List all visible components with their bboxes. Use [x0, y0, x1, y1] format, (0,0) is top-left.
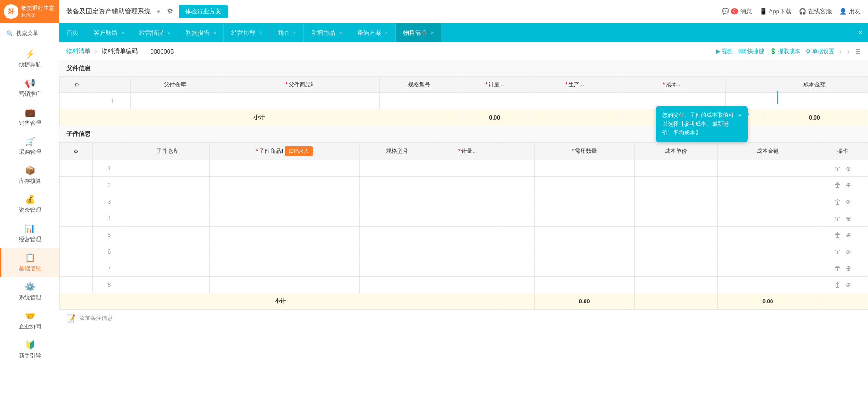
tab-barcode[interactable]: 条码方案 × [350, 23, 396, 42]
child-row1-unit[interactable] [434, 160, 501, 177]
copy-button[interactable]: ⊕ [844, 230, 853, 240]
tab-goods-close[interactable]: × [293, 30, 296, 36]
delete-button[interactable]: 🗑 [832, 230, 843, 240]
view-action[interactable]: ▶ 视频 [716, 48, 733, 55]
system-dropdown-arrow[interactable]: ▼ [156, 9, 161, 14]
tab-new-goods-close[interactable]: × [339, 30, 342, 36]
copy-button[interactable]: ⊕ [844, 214, 853, 223]
child-row2-price[interactable] [634, 177, 718, 193]
tab-home[interactable]: 首页 [59, 23, 86, 42]
copy-button[interactable]: ⊕ [844, 264, 853, 273]
sidebar-item-operations[interactable]: 📊 经营管理 [0, 219, 59, 248]
child-row5-warehouse[interactable] [126, 227, 210, 243]
scan-button[interactable]: 扫码录入 [285, 146, 313, 156]
sidebar-item-basic-info[interactable]: 📋 基础信息 [0, 248, 59, 277]
tab-customer-close[interactable]: × [121, 30, 124, 36]
child-row6-product[interactable] [209, 243, 359, 260]
parent-row-product[interactable] [219, 93, 379, 109]
sidebar-item-system[interactable]: ⚙️ 系统管理 [0, 277, 59, 306]
child-row7-product[interactable] [209, 260, 359, 277]
child-row3-qty[interactable] [534, 193, 634, 210]
copy-button[interactable]: ⊕ [844, 197, 853, 206]
sidebar-item-guide[interactable]: 🔰 新手引导 [0, 335, 59, 364]
child-row3-product[interactable] [209, 193, 359, 210]
tab-bom-close[interactable]: × [431, 30, 434, 36]
breadcrumb-home[interactable]: 物料清单 [66, 47, 90, 55]
single-settings-action[interactable]: ⚙ 单据设置 [806, 48, 834, 55]
child-row3-price[interactable] [634, 193, 718, 210]
child-row6-price[interactable] [634, 243, 718, 260]
tab-bom[interactable]: 物料清单 × [396, 23, 441, 42]
sidebar-item-quick-nav[interactable]: ⚡ 快捷导航 [0, 44, 59, 73]
child-row3-warehouse[interactable] [126, 193, 210, 210]
child-row3-unit[interactable] [434, 193, 501, 210]
child-row5-qty[interactable] [534, 227, 634, 243]
close-all-tabs[interactable]: × [853, 29, 868, 37]
tab-profit[interactable]: 利润报告 × [178, 23, 224, 42]
child-row4-price[interactable] [634, 210, 718, 227]
parent-row-unit[interactable] [459, 93, 530, 109]
child-row1-qty[interactable] [534, 160, 634, 177]
tab-barcode-close[interactable]: × [385, 30, 388, 36]
parent-row-warehouse[interactable] [130, 93, 219, 109]
tab-new-goods[interactable]: 新增商品 × [304, 23, 350, 42]
child-row1-price[interactable] [634, 160, 718, 177]
online-service-item[interactable]: 🎧 在线客服 [799, 7, 832, 16]
sidebar-item-inventory[interactable]: 📦 库存核算 [0, 161, 59, 190]
delete-button[interactable]: 🗑 [832, 214, 843, 223]
sidebar-item-marketing[interactable]: 📢 营销推广 [0, 73, 59, 103]
tab-operations-status[interactable]: 经营情况 × [132, 23, 178, 42]
tooltip-close-btn[interactable]: × [738, 111, 741, 121]
child-row8-warehouse[interactable] [126, 277, 210, 293]
app-download-item[interactable]: 📱 App下载 [760, 7, 791, 16]
child-row7-qty[interactable] [534, 260, 634, 277]
child-row4-product[interactable] [209, 210, 359, 227]
nav-next-icon[interactable]: › [848, 48, 850, 55]
child-row4-qty[interactable] [534, 210, 634, 227]
child-row8-product[interactable] [209, 277, 359, 293]
message-item[interactable]: 💬 6 消息 [722, 7, 752, 16]
child-row8-qty[interactable] [534, 277, 634, 293]
sidebar-item-cooperation[interactable]: 🤝 企业协同 [0, 306, 59, 335]
delete-button[interactable]: 🗑 [832, 280, 843, 290]
child-row1-warehouse[interactable] [126, 160, 210, 177]
parent-row-prod[interactable] [530, 93, 619, 109]
child-row7-warehouse[interactable] [126, 260, 210, 277]
child-row7-price[interactable] [634, 260, 718, 277]
child-row5-product[interactable] [209, 227, 359, 243]
delete-button[interactable]: 🗑 [832, 164, 843, 173]
delete-button[interactable]: 🗑 [832, 197, 843, 206]
child-row1-product[interactable] [209, 160, 359, 177]
child-row5-price[interactable] [634, 227, 718, 243]
delete-button[interactable]: 🗑 [832, 247, 843, 256]
child-row2-unit[interactable] [434, 177, 501, 193]
tab-history-close[interactable]: × [259, 30, 262, 36]
nav-prev-icon[interactable]: ‹ [840, 48, 842, 55]
tab-customer[interactable]: 客户联络 × [86, 23, 132, 42]
child-row4-warehouse[interactable] [126, 210, 210, 227]
sidebar-item-sales[interactable]: 💼 销售管理 [0, 103, 59, 132]
delete-button[interactable]: 🗑 [832, 181, 843, 190]
experience-button[interactable]: 体验行业方案 [179, 5, 228, 18]
child-row7-unit[interactable] [434, 260, 501, 277]
child-row2-warehouse[interactable] [126, 177, 210, 193]
delete-button[interactable]: 🗑 [832, 264, 843, 273]
child-row8-unit[interactable] [434, 277, 501, 293]
child-row6-qty[interactable] [534, 243, 634, 260]
tab-ops-close[interactable]: × [167, 30, 170, 36]
search-button[interactable]: 🔍 搜索菜单 [4, 27, 55, 40]
child-row2-product[interactable] [209, 177, 359, 193]
tab-profit-close[interactable]: × [213, 30, 216, 36]
tab-history[interactable]: 经营历程 × [224, 23, 270, 42]
child-row6-warehouse[interactable] [126, 243, 210, 260]
user-item[interactable]: 👤 用友 [839, 7, 861, 16]
gear-button[interactable]: ⚙ [167, 7, 173, 16]
sidebar-item-finance[interactable]: 💰 资金管理 [0, 190, 59, 219]
copy-button[interactable]: ⊕ [844, 247, 853, 256]
extract-cost-action[interactable]: 💲 提取成本 [770, 48, 800, 55]
child-row6-unit[interactable] [434, 243, 501, 260]
child-row8-price[interactable] [634, 277, 718, 293]
menu-icon[interactable]: ☰ [855, 48, 861, 55]
sidebar-item-purchase[interactable]: 🛒 采购管理 [0, 132, 59, 161]
copy-button[interactable]: ⊕ [844, 280, 853, 290]
